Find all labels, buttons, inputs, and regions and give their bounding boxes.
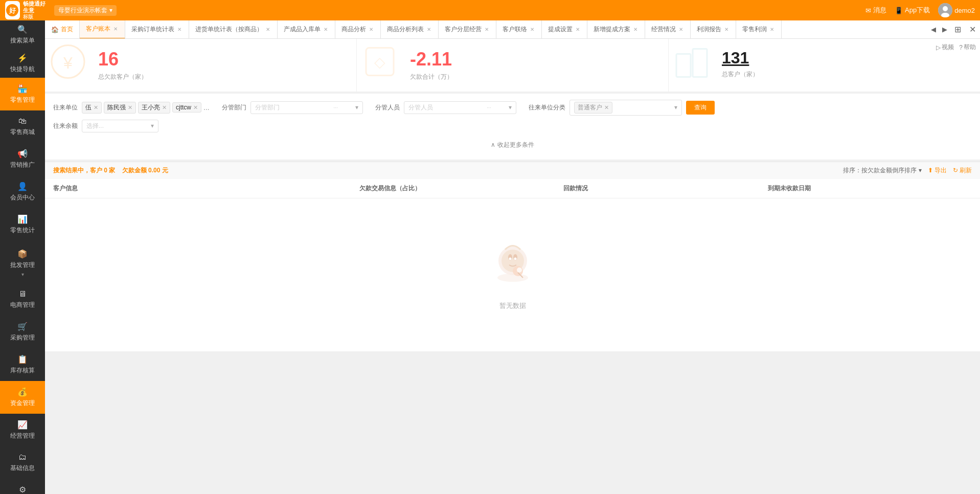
tab-purchase-order-stats[interactable]: 采购订单统计表 ✕ (125, 20, 189, 39)
stat-value-debt: -2.11 (410, 49, 656, 70)
tab-prev-btn[interactable]: ◀ (928, 20, 939, 39)
sidebar-item-batch-manage[interactable]: 📦 批发管理 ▾ (0, 243, 45, 283)
sidebar-item-search[interactable]: 🔍 搜索菜单 (0, 20, 45, 49)
mobile-icon: 📱 (895, 7, 903, 14)
close-tab-purchase-order-stats[interactable]: ✕ (176, 26, 183, 33)
user-menu[interactable]: demo2 (938, 3, 975, 17)
sidebar-item-member-center[interactable]: 👤 会员中心 (0, 175, 45, 208)
unit-category-tag: 普通客户 ✕ (574, 102, 612, 114)
search-icon: 🔍 (17, 25, 28, 34)
video-help-btn[interactable]: ▷ 视频 (936, 43, 954, 52)
empty-state: 暂无数据 (45, 198, 980, 351)
finance-icon: 💰 (17, 387, 28, 397)
result-customer-count: 0 (104, 167, 107, 174)
branch-dept-select[interactable]: 分管部门 ··· ▾ (250, 101, 363, 114)
balance-select[interactable]: 选择... ▾ (82, 120, 158, 132)
col-overdue-date: 到期未收款日期 (768, 184, 972, 193)
close-tab-customer-segmentation[interactable]: ✕ (484, 26, 490, 33)
sidebar-item-system[interactable]: ⚙ 系统管理 (0, 479, 45, 494)
collapse-more: ∧ 收起更多条件 (53, 137, 972, 153)
tab-new-achievement-plan[interactable]: 新增提成方案 ✕ (587, 20, 645, 39)
filter-more-tags[interactable]: ... (203, 103, 210, 111)
close-tab-operations-status[interactable]: ✕ (678, 26, 684, 33)
result-debt-value: 0.00 (148, 167, 160, 174)
close-tab-product-analysis-list[interactable]: ✕ (426, 26, 432, 33)
tab-close-all-btn[interactable]: ✕ (965, 20, 980, 39)
unit-category-select[interactable]: 普通客户 ✕ ▾ (569, 100, 682, 116)
sidebar-item-basic-info[interactable]: 🗂 基础信息 (0, 446, 45, 479)
tab-product-analysis-list[interactable]: 商品分析列表 ✕ (381, 20, 439, 39)
result-bar: 搜索结果中，客户 0 家 欠款金额 0.00 元 排序：按欠款金额倒序排序 ▾ (45, 162, 980, 179)
retail-icon: 🏪 (17, 84, 28, 94)
close-tab-product-inbound[interactable]: ✕ (323, 26, 329, 33)
sidebar-item-retail-stats[interactable]: 📊 零售统计 (0, 208, 45, 241)
sidebar-item-purchase[interactable]: 🛒 采购管理 (0, 316, 45, 348)
remove-tag-cjttcw[interactable]: ✕ (193, 104, 198, 111)
tab-product-analysis[interactable]: 商品分析 ✕ (335, 20, 381, 39)
svg-point-3 (943, 6, 948, 11)
close-tab-product-analysis[interactable]: ✕ (368, 26, 374, 33)
remove-tag-wang[interactable]: ✕ (162, 104, 167, 111)
close-tab-customer-book[interactable]: ✕ (112, 25, 119, 33)
query-button[interactable]: 查询 (686, 101, 715, 115)
stats-banner: ¥ 16 总欠款客户（家） ◇ -2.11 (45, 39, 980, 92)
sidebar-item-retail-manage[interactable]: 🏪 零售管理 (0, 78, 45, 110)
close-tab-prompt-settings[interactable]: ✕ (575, 26, 581, 33)
collapse-btn[interactable]: ∧ 收起更多条件 (491, 141, 534, 149)
export-btn[interactable]: ⬆ 导出 (928, 166, 947, 175)
sidebar-item-finance[interactable]: 💰 资金管理 (0, 381, 45, 414)
close-tab-retail-profit[interactable]: ✕ (769, 26, 775, 33)
close-tab-customer-contact[interactable]: ✕ (529, 26, 535, 33)
stat-card-debt: ◇ -2.11 欠款合计（万） (357, 39, 669, 92)
message-btn[interactable]: ✉ 消息 (865, 6, 886, 15)
mall-icon: 🛍 (18, 117, 27, 126)
tab-operations-status[interactable]: 经营情况 ✕ (645, 20, 691, 39)
stat-label-customers: 总欠款客户（家） (98, 73, 344, 81)
refresh-btn[interactable]: ↻ 刷新 (953, 166, 972, 175)
app-download-label: App下载 (905, 6, 930, 15)
tab-purchase-stats-by-product[interactable]: 进货单统计表（按商品） ✕ (189, 20, 278, 39)
sidebar-item-quicknav[interactable]: ⚡ 快捷导航 (0, 49, 45, 78)
quicknav-label: 快捷导航 (10, 65, 35, 74)
sidebar-item-operations[interactable]: 📈 经营管理 (0, 414, 45, 446)
remove-unit-category-tag[interactable]: ✕ (604, 104, 609, 111)
close-tab-profit-report[interactable]: ✕ (723, 26, 730, 33)
unit-filter-label: 往来单位 (53, 103, 78, 112)
unit-category-arrow: ▾ (674, 104, 677, 111)
remove-tag-wu[interactable]: ✕ (94, 104, 98, 111)
sort-select[interactable]: 排序：按欠款金额倒序排序 ▾ (843, 166, 922, 175)
result-actions: 排序：按欠款金额倒序排序 ▾ ⬆ 导出 ↻ 刷新 (843, 166, 972, 175)
tab-product-inbound[interactable]: 产成品入库单 ✕ (278, 20, 335, 39)
remove-tag-chen[interactable]: ✕ (128, 104, 132, 111)
close-tab-new-achievement-plan[interactable]: ✕ (632, 26, 639, 33)
help-btn[interactable]: ? 帮助 (959, 43, 976, 52)
svg-point-17 (514, 257, 516, 260)
tab-maximize-btn[interactable]: ⊞ (950, 20, 965, 39)
empty-icon (490, 239, 536, 295)
stats-icon: 📊 (17, 214, 28, 224)
branch-dept-label: 分管部门 (222, 103, 246, 112)
sidebar-item-inventory[interactable]: 📋 库存核算 (0, 348, 45, 381)
sidebar-item-ecommerce[interactable]: 🖥 电商管理 (0, 283, 45, 316)
account-name: 母婴行业演示帐套 (58, 6, 107, 15)
sidebar-item-marketing[interactable]: 📢 营销推广 (0, 143, 45, 175)
account-selector[interactable]: 母婴行业演示帐套 ▾ (54, 5, 117, 16)
sidebar-item-retail-mall[interactable]: 🛍 零售商城 (0, 110, 45, 143)
col-repayment: 回款情况 (563, 184, 767, 193)
tab-prompt-settings[interactable]: 提成设置 ✕ (542, 20, 587, 39)
stat-value-total: 131 (722, 49, 968, 67)
tab-home[interactable]: 🏠 首页 (45, 20, 80, 39)
tab-customer-book[interactable]: 客户账本 ✕ (80, 20, 125, 39)
branch-person-select[interactable]: 分管人员 ··· ▾ (404, 101, 516, 114)
tab-retail-profit[interactable]: 零售利润 ✕ (736, 20, 782, 39)
sidebar: 🔍 搜索菜单 ⚡ 快捷导航 🏪 零售管理 🛍 零售商城 📢 营销推广 👤 (0, 20, 45, 494)
purchase-icon: 🛒 (17, 322, 28, 331)
member-icon: 👤 (17, 182, 28, 191)
tab-customer-segmentation[interactable]: 客户分层经营 ✕ (439, 20, 496, 39)
app-download-btn[interactable]: 📱 App下载 (895, 6, 930, 15)
tab-profit-report[interactable]: 利润报告 ✕ (691, 20, 736, 39)
tab-customer-contact[interactable]: 客户联络 ✕ (496, 20, 542, 39)
result-customer-unit: 家 (109, 167, 115, 174)
tab-next-btn[interactable]: ▶ (939, 20, 950, 39)
close-tab-purchase-stats-by-product[interactable]: ✕ (265, 26, 271, 33)
